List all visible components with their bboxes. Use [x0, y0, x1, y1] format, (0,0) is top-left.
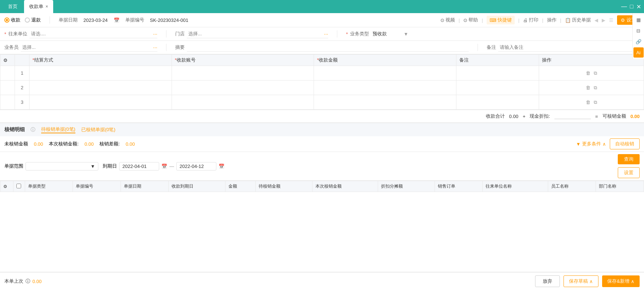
cell-amount-3[interactable] — [314, 95, 456, 110]
diff-label: 核销差额: — [99, 141, 120, 147]
date-separator: — — [169, 164, 174, 169]
bottom-table: ⚙ 单据类型 单据编号 单据日期 收款到期日 金额 待核销金额 本次核销金额 折… — [0, 181, 644, 192]
col-payment-method: *结算方式 — [30, 55, 172, 66]
tab-current[interactable]: 收款单 × — [24, 0, 53, 13]
col-row-num — [15, 55, 30, 66]
help-link[interactable]: ⊙ 帮助 — [463, 17, 478, 23]
biz-type-dropdown-icon[interactable]: ▼ — [404, 31, 408, 37]
copy-icon-3[interactable]: ⧉ — [594, 99, 597, 105]
tab-home[interactable]: 首页 — [3, 0, 23, 13]
bottom-table-wrapper: ⚙ 单据类型 单据编号 单据日期 收款到期日 金额 待核销金额 本次核销金额 折… — [0, 181, 644, 192]
staff-input[interactable] — [21, 44, 153, 51]
right-panel-icon-3[interactable]: 🔗 — [633, 36, 644, 47]
save-new-button[interactable]: 保存&新增 ∧ — [602, 275, 640, 287]
remark-label: 备注 — [487, 44, 496, 51]
staff-input-box: ··· — [21, 43, 157, 52]
radio-receipt-label: 收款 — [11, 17, 20, 23]
staff-ellipsis[interactable]: ··· — [153, 44, 157, 50]
col-doc-num: 单据编号 — [73, 181, 121, 192]
cell-payment-1[interactable] — [30, 66, 172, 81]
tab-bar: 首页 收款单 × — □ ✕ — [0, 0, 644, 13]
cash-discount-input[interactable] — [554, 113, 591, 119]
cell-remark-1[interactable] — [456, 66, 539, 81]
done-tab[interactable]: 已核销单据(0笔) — [81, 126, 115, 133]
radio-refund[interactable]: 退款 — [25, 17, 41, 23]
col-discount-share: 折扣分摊额 — [378, 181, 435, 192]
more-conditions-btn[interactable]: ▼ 更多条件 ∧ — [576, 141, 606, 147]
right-panel-icon-2[interactable]: ⊟ — [633, 26, 644, 36]
info-icon: ⓘ — [31, 126, 35, 133]
sum-row: 收款合计 0.00 + 现金折扣: = 可核销金额 0.00 — [0, 110, 644, 122]
history-link[interactable]: 📋 历史单据 — [565, 17, 591, 23]
range-dropdown[interactable]: ▼ — [25, 162, 98, 171]
remark-field: 备注 — [487, 43, 640, 52]
store-input[interactable] — [187, 30, 324, 37]
col-settings[interactable]: ⚙ — [0, 55, 15, 66]
print-link[interactable]: 🖨 打印 — [523, 17, 538, 23]
close-window-icon[interactable]: ✕ — [636, 3, 641, 10]
radio-receipt[interactable]: 收款 — [4, 17, 20, 23]
select-all-checkbox[interactable] — [16, 184, 21, 188]
tab-close-icon[interactable]: × — [46, 4, 48, 9]
right-panel-ai-icon[interactable]: Ai — [633, 47, 644, 58]
table-settings-button[interactable]: 设置 — [618, 167, 640, 178]
delete-icon-3[interactable]: 🗑 — [586, 99, 590, 105]
query-button[interactable]: 查询 — [618, 154, 640, 164]
due-date-to-input[interactable] — [176, 162, 216, 171]
summary-input[interactable] — [187, 44, 469, 51]
save-draft-arrow-icon[interactable]: ∧ — [589, 279, 593, 284]
pending-tab[interactable]: 待核销单据(0笔) — [41, 126, 75, 133]
cell-account-2[interactable] — [172, 81, 314, 95]
save-draft-button[interactable]: 保存草稿 ∧ — [564, 275, 598, 287]
maximize-icon[interactable]: □ — [630, 3, 633, 10]
col-dept-name: 部门名称 — [596, 181, 644, 192]
table-row: 3 🗑 ⧉ — [0, 95, 644, 110]
cell-account-1[interactable] — [172, 66, 314, 81]
col-gear[interactable]: ⚙ — [0, 181, 13, 192]
partner-field: * 往来单位 ··· — [4, 30, 157, 38]
delete-icon-1[interactable]: 🗑 — [586, 70, 590, 76]
form-row-2: 业务员 ··· 摘要 备注 — [0, 41, 644, 54]
radio-refund-dot — [25, 17, 30, 23]
partner-input[interactable] — [30, 30, 153, 37]
save-new-arrow-icon[interactable]: ∧ — [631, 279, 635, 284]
sum-label: 收款合计 — [486, 113, 505, 119]
video-link[interactable]: ⊙ 视频 — [440, 17, 455, 23]
delete-icon-2[interactable]: 🗑 — [586, 85, 590, 90]
biz-type-label: 业务类型 — [350, 31, 369, 37]
ops-link[interactable]: 操作 — [547, 17, 557, 23]
calendar-from-icon[interactable]: 📅 — [161, 164, 167, 169]
auto-verify-button[interactable]: 自动核销 — [610, 138, 640, 149]
minimize-icon[interactable]: — — [621, 3, 627, 10]
col-this-amount: 本次核销金额 — [312, 181, 378, 192]
cell-payment-3[interactable] — [30, 95, 172, 110]
table-row: 1 🗑 ⧉ — [0, 66, 644, 81]
due-date-from-input[interactable] — [119, 162, 159, 171]
cell-account-3[interactable] — [172, 95, 314, 110]
copy-icon-1[interactable]: ⧉ — [594, 70, 597, 76]
cell-amount-2[interactable] — [314, 81, 456, 95]
copy-icon-2[interactable]: ⧉ — [594, 85, 597, 90]
col-checkbox[interactable] — [13, 181, 25, 192]
right-panel-icon-1[interactable]: ▦ — [633, 15, 644, 25]
cell-remark-3[interactable] — [456, 95, 539, 110]
abandon-button[interactable]: 放弃 — [535, 275, 560, 287]
cell-remark-2[interactable] — [456, 81, 539, 95]
cell-amount-1[interactable] — [314, 66, 456, 81]
range-label: 单据范围 — [4, 163, 23, 169]
remark-input[interactable] — [498, 44, 640, 51]
link-icon: 🔗 — [636, 39, 641, 44]
shortcut-link[interactable]: ⌨ 快捷键 — [487, 16, 515, 24]
store-ellipsis[interactable]: ··· — [324, 31, 328, 37]
print-icon: 🖨 — [523, 17, 528, 23]
col-doc-date: 单据日期 — [121, 181, 168, 192]
this-verify-label: 本次核销金额: — [49, 141, 79, 147]
bottom-action-buttons: 放弃 保存草稿 ∧ 保存&新增 ∧ — [535, 275, 640, 287]
biz-type-field: * 业务类型 预收款 ▼ — [346, 31, 408, 37]
cell-payment-2[interactable] — [30, 81, 172, 95]
calendar-to-icon[interactable]: 📅 — [219, 164, 224, 169]
partner-ellipsis[interactable]: ··· — [153, 31, 157, 37]
toolbar-row: 收款 退款 单据日期 2023-03-24 📅 单据编号 SK-20230324… — [0, 13, 644, 27]
grid-icon: ▦ — [636, 17, 641, 23]
calendar-icon[interactable]: 📅 — [114, 17, 119, 23]
